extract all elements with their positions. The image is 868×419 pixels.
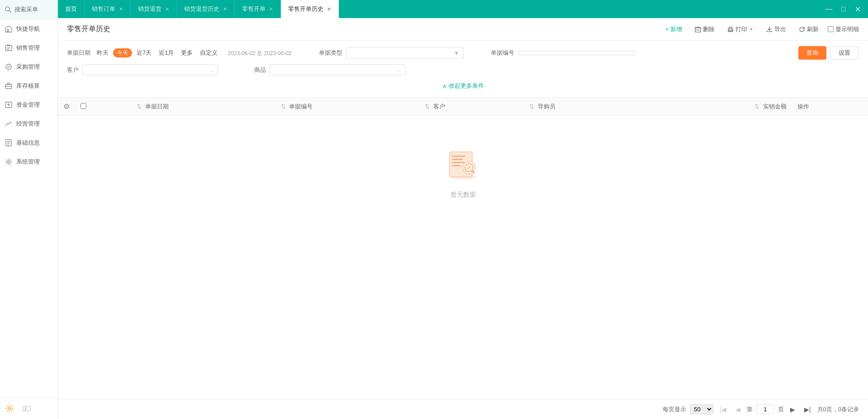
window-close-icon[interactable]: ✕ [852,4,863,14]
sidebar-item-system[interactable]: 系统管理 [0,152,57,171]
page-prev-btn[interactable]: ◀ [733,405,743,414]
table-header-row: ⚙ ⇅ 单据日期 ⇅ 单据编号 [58,98,868,116]
date-1month-btn[interactable]: 近1月 [156,48,176,58]
system-icon [5,158,13,166]
window-maximize-icon[interactable]: □ [839,4,849,14]
sidebar-item-inventory[interactable]: 库存核算 [0,76,57,95]
tab-close-icon[interactable]: ✕ [165,6,169,12]
date-7days-btn[interactable]: 近7天 [134,48,154,58]
sidebar-search[interactable]: 搜索采单 [0,0,57,19]
sidebar-item-purchase[interactable]: 采购管理 [0,57,57,76]
sidebar-item-quick-nav[interactable]: 快捷导航 [0,19,57,38]
sidebar-item-basic[interactable]: 基础信息 [0,133,57,152]
table-gear-icon[interactable]: ⚙ [63,103,70,110]
tab-sales-return-history[interactable]: 销货退货历史 ✕ [177,0,235,18]
svg-rect-16 [23,406,30,411]
sidebar-item-sales[interactable]: 销售管理 [0,38,57,57]
table-header-customer[interactable]: ⇅ 客户 [419,98,524,116]
tab-bar-actions: — □ ✕ [822,4,868,14]
new-button[interactable]: + 新增 [662,24,686,35]
collapse-up-icon: ∧ [442,83,447,89]
window-minimize-icon[interactable]: — [822,4,835,14]
page-last-btn[interactable]: ▶| [802,405,814,414]
number-input[interactable] [518,51,636,55]
table-header-amount[interactable]: ⇅ 实销金额 [648,98,792,116]
tab-close-icon[interactable]: ✕ [269,6,273,12]
refresh-button[interactable]: 刷新 [795,24,822,35]
col-action-label: 操作 [797,103,809,110]
tab-sales-order[interactable]: 销售订单 ✕ [85,0,131,18]
settings-gear-icon[interactable] [5,404,14,414]
tab-close-icon[interactable]: ✕ [223,6,227,12]
date-filter-field: 单据日期 昨天 今天 近7天 近1月 更多 自定义 2023-06-02 至 2… [67,48,292,58]
delete-button[interactable]: 删除 [691,24,718,35]
type-dropdown[interactable]: ▼ [346,47,464,59]
svg-point-14 [8,161,10,163]
collapse-button[interactable]: ∧ 收起更多条件 [442,82,484,90]
tab-retail-open[interactable]: 零售开单 ✕ [235,0,281,18]
tab-sales-return[interactable]: 销货退货 ✕ [131,0,177,18]
date-today-btn[interactable]: 今天 [113,48,132,57]
select-all-checkbox[interactable] [81,103,86,109]
page-number-input[interactable] [756,405,774,414]
tab-home-label: 首页 [65,5,77,13]
date-more-btn[interactable]: 更多 [178,48,195,58]
collapse-sidebar-icon[interactable] [22,404,32,414]
sort-icon: ⇅ [281,103,286,110]
sidebar-item-label: 系统管理 [16,158,40,166]
export-button[interactable]: 导出 [763,24,790,35]
page-suffix: 页 [778,405,784,414]
date-custom-btn[interactable]: 自定义 [197,48,220,58]
toolbar: + 新增 删除 [662,24,859,35]
collapse-row: ∧ 收起更多条件 [67,80,859,92]
col-date-label: 单据日期 [145,103,169,110]
purchase-icon [5,63,13,71]
empty-state-row: 暂无数据 [58,116,868,226]
svg-line-1 [9,10,11,13]
customer-input[interactable]: ... [82,64,218,75]
tab-sales-order-label: 销售订单 [92,5,115,13]
svg-rect-27 [452,159,463,160]
sidebar-item-finance[interactable]: 资金管理 [0,95,57,114]
show-detail-input[interactable] [828,26,834,32]
customer-filter-field: 客户 ... [67,64,218,75]
svg-rect-29 [452,165,461,166]
goods-input[interactable]: ... [270,64,405,75]
search-area: 单据日期 昨天 今天 近7天 近1月 更多 自定义 2023-06-02 至 2… [58,41,868,98]
customer-label: 客户 [67,66,79,74]
home-icon [5,25,13,33]
date-range-display: 2023-06-02 至 2023-06-02 [228,50,291,57]
page-header: 零售开单历史 + 新增 删除 [58,18,868,41]
sidebar-search-label: 搜索采单 [14,5,38,14]
table-scroll: ⚙ ⇅ 单据日期 ⇅ 单据编号 [58,98,868,399]
sidebar-item-label: 基础信息 [16,139,40,147]
tab-close-icon[interactable]: ✕ [119,6,123,12]
per-page-label: 每页显示 [663,405,686,414]
date-label: 单据日期 [67,49,90,57]
sidebar: 搜索采单 快捷导航 销售管理 采购管理 [0,0,58,419]
show-detail-checkbox[interactable]: 显示明细 [828,25,859,33]
tab-retail-history[interactable]: 零售开单历史 ✕ [281,0,339,18]
svg-rect-18 [695,28,701,32]
tab-home[interactable]: 首页 [58,0,85,18]
page-next-btn[interactable]: ▶ [787,405,798,414]
page-label: 第 [747,405,753,414]
print-button[interactable]: 打印 ▼ [724,24,757,35]
empty-illustration [443,143,484,184]
date-yesterday-btn[interactable]: 昨天 [94,48,111,58]
date-filter-buttons: 昨天 今天 近7天 近1月 更多 自定义 [94,48,220,58]
type-label: 单据类型 [319,49,342,57]
tab-close-icon[interactable]: ✕ [327,6,331,12]
type-chevron-icon: ▼ [454,50,460,56]
table-header-settings: ⚙ [58,98,75,116]
table-header-number[interactable]: ⇅ 单据编号 [275,98,419,116]
page-first-btn[interactable]: |◀ [717,405,729,414]
query-button[interactable]: 查询 [798,46,826,60]
table-header-date[interactable]: ⇅ 单据日期 [131,98,275,116]
table-header-guide[interactable]: ⇅ 导购员 [524,98,648,116]
sort-icon: ⇅ [529,103,534,110]
inventory-icon [5,82,13,90]
per-page-select[interactable]: 50 100 200 [690,404,713,414]
settings-button[interactable]: 设置 [830,46,859,60]
sidebar-item-operation[interactable]: 经营管理 [0,114,57,133]
